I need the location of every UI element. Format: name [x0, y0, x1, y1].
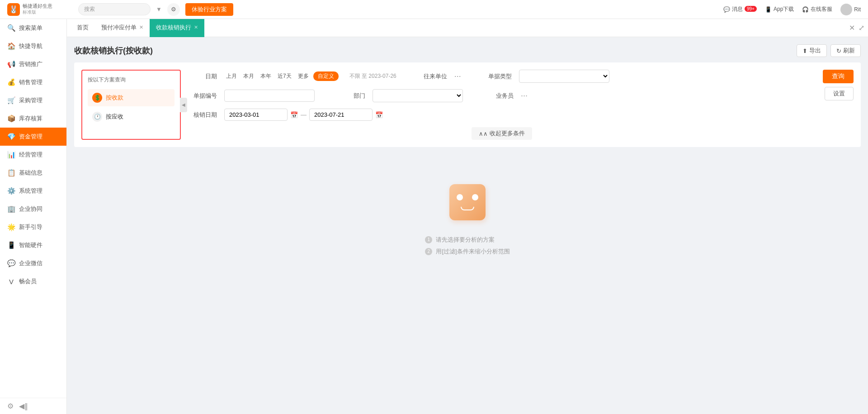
- option-label-by-receivable: 按应收: [106, 113, 123, 121]
- sidebar-item-hardware[interactable]: 📱 智能硬件: [0, 236, 66, 254]
- industry-solution-button[interactable]: 休验行业方案: [185, 3, 233, 16]
- header-search-input[interactable]: 搜索: [78, 3, 151, 15]
- sidebar-label-system: 系统管理: [19, 187, 42, 195]
- message-icon: 💬: [723, 6, 730, 13]
- doc-no-label: 单据编号: [192, 92, 217, 100]
- user-action[interactable]: Rit: [840, 4, 861, 15]
- sidebar-icon-finance: 💎: [7, 133, 15, 141]
- online-service-action[interactable]: 🎧 在线客服: [802, 5, 832, 13]
- sidebar-item-enterprise[interactable]: 🏢 企业协同: [0, 200, 66, 218]
- expand-tab-icon[interactable]: ⤢: [859, 24, 864, 32]
- this-year-button[interactable]: 本年: [259, 71, 273, 81]
- last-7-days-button[interactable]: 近7天: [276, 71, 293, 81]
- page-title: 收款核销执行(按收款): [74, 45, 153, 56]
- tab-close-receivables[interactable]: ✕: [194, 24, 198, 30]
- sidebar-icon-operation: 📊: [7, 151, 15, 159]
- sidebar-item-basic[interactable]: 📋 基础信息: [0, 164, 66, 182]
- gear-icon[interactable]: ⚙: [167, 3, 180, 16]
- setting-button[interactable]: 设置: [825, 87, 854, 100]
- sidebar-item-shortcut[interactable]: 🏠 快捷导航: [0, 37, 66, 55]
- calendar-end-icon[interactable]: 📅: [375, 111, 383, 119]
- user-name: Rit: [854, 6, 861, 13]
- doc-type-select[interactable]: [519, 70, 609, 83]
- option-label-by-receipt: 按收款: [106, 94, 123, 102]
- verify-date-label: 核销日期: [192, 111, 217, 119]
- sidebar-icon-guide: 🌟: [7, 223, 15, 231]
- page-actions: ⬆ 导出 ↻ 刷新: [797, 44, 861, 57]
- verify-date-start-input[interactable]: [224, 109, 288, 121]
- doc-no-input[interactable]: [224, 90, 315, 102]
- tab-bar: 首页预付冲应付单✕收款核销执行✕ ✕ ⤢: [67, 19, 868, 37]
- sidebar-icon-enterprise: 🏢: [7, 205, 15, 213]
- tab-home[interactable]: 首页: [71, 19, 95, 37]
- close-tab-icon[interactable]: ✕: [849, 24, 855, 32]
- sidebar-label-sales: 销售管理: [19, 78, 42, 86]
- settings-icon[interactable]: ⚙: [7, 402, 14, 410]
- this-month-button[interactable]: 本月: [241, 71, 256, 81]
- last-month-button[interactable]: 上月: [224, 71, 239, 81]
- app-download-label: App下载: [774, 5, 794, 13]
- sidebar-label-marketing: 营销推广: [19, 60, 42, 68]
- sidebar-label-member: 畅会员: [19, 277, 37, 286]
- tab-receivables[interactable]: 收款核销执行✕: [150, 19, 204, 37]
- robot-mouth: [461, 207, 474, 210]
- message-action[interactable]: 💬 消息 99+: [723, 5, 757, 13]
- sidebar-item-search[interactable]: 🔍 搜索菜单: [0, 19, 66, 37]
- verify-date-end-input[interactable]: [309, 109, 373, 121]
- filter-actions: 查询 设置: [823, 70, 854, 140]
- export-button[interactable]: ⬆ 导出: [797, 44, 827, 57]
- date-unlimited-text: 不限 至 2023-07-26: [349, 72, 396, 80]
- sidebar-item-operation[interactable]: 📊 经营管理: [0, 146, 66, 164]
- partner-dots-button[interactable]: ···: [454, 71, 461, 81]
- sidebar-label-inventory: 库存核算: [19, 114, 42, 123]
- refresh-button[interactable]: ↻ 刷新: [830, 44, 861, 57]
- sidebar-item-system[interactable]: ⚙️ 系统管理: [0, 182, 66, 200]
- sales-person-dots-button[interactable]: ···: [521, 91, 528, 100]
- filter-panel: 按以下方案查询 💲 按收款 🕐 按应收 ◀ 日期 上月 本月 本年 近7天: [74, 62, 861, 147]
- sidebar-item-finance[interactable]: 💎 资金管理: [0, 128, 66, 146]
- custom-date-badge[interactable]: 自定义: [313, 71, 339, 81]
- sidebar-item-inventory[interactable]: 📦 库存核算: [0, 109, 66, 128]
- sidebar-label-search: 搜索菜单: [19, 24, 42, 32]
- sidebar-label-wechat: 企业微信: [19, 259, 42, 267]
- sidebar-item-wechat[interactable]: 💬 企业微信: [0, 254, 66, 272]
- sidebar-item-member[interactable]: V 畅会员: [0, 272, 66, 290]
- collapse-sidebar-icon[interactable]: ◀‖: [19, 402, 28, 410]
- dept-label: 部门: [340, 92, 365, 100]
- search-placeholder-text: 搜索: [84, 6, 95, 12]
- filter-row-verify-date: 核销日期 📅 — 📅: [192, 109, 812, 121]
- app-name: 畅捷通好生意: [23, 3, 52, 9]
- more-date-button[interactable]: 更多: [296, 71, 311, 81]
- robot-graphic: [449, 184, 486, 220]
- sidebar-item-sales[interactable]: 💰 销售管理: [0, 73, 66, 91]
- sidebar-item-guide[interactable]: 🌟 新手引导: [0, 218, 66, 236]
- logo-area: 🐰 畅捷通好生意 标准版: [7, 3, 73, 16]
- chevron-up-icon: ∧∧: [479, 130, 488, 137]
- sidebar-item-marketing[interactable]: 📢 营销推广: [0, 55, 66, 73]
- tab-prepay[interactable]: 预付冲应付单✕: [95, 19, 150, 37]
- query-button[interactable]: 查询: [823, 70, 854, 83]
- app-badge: 标准版: [23, 9, 52, 15]
- sidebar-label-operation: 经营管理: [19, 151, 42, 159]
- main-content: 首页预付冲应付单✕收款核销执行✕ ✕ ⤢ 收款核销执行(按收款) ⬆ 导出 ↻ …: [67, 19, 868, 414]
- calendar-start-icon[interactable]: 📅: [290, 111, 298, 119]
- sidebar-icon-search: 🔍: [7, 24, 15, 32]
- filter-option-by-receivable[interactable]: 🕐 按应收: [88, 108, 175, 125]
- collapse-more-button[interactable]: ∧∧ 收起更多条件: [472, 127, 532, 140]
- sidebar-icon-sales: 💰: [7, 78, 15, 86]
- chevron-down-icon[interactable]: ▼: [156, 6, 162, 13]
- filter-row-date: 日期 上月 本月 本年 近7天 更多 自定义 不限 至 2023-07-26 往…: [192, 70, 812, 83]
- collapse-panel-button[interactable]: ◀: [180, 98, 187, 112]
- dept-select[interactable]: [373, 89, 463, 102]
- tab-label-home: 首页: [77, 24, 89, 32]
- tab-close-prepay[interactable]: ✕: [139, 24, 143, 30]
- sidebar-item-purchase[interactable]: 🛒 采购管理: [0, 91, 66, 109]
- sidebar-label-hardware: 智能硬件: [19, 241, 42, 249]
- tab-bar-actions: ✕ ⤢: [849, 24, 864, 32]
- sidebar-label-basic: 基础信息: [19, 169, 42, 177]
- filter-option-by-receipt[interactable]: 💲 按收款: [88, 89, 175, 106]
- online-service-label: 在线客服: [811, 5, 832, 13]
- sidebar-icon-inventory: 📦: [7, 114, 15, 123]
- logo-icon: 🐰: [7, 3, 20, 16]
- app-download-action[interactable]: 📱 App下载: [765, 5, 794, 13]
